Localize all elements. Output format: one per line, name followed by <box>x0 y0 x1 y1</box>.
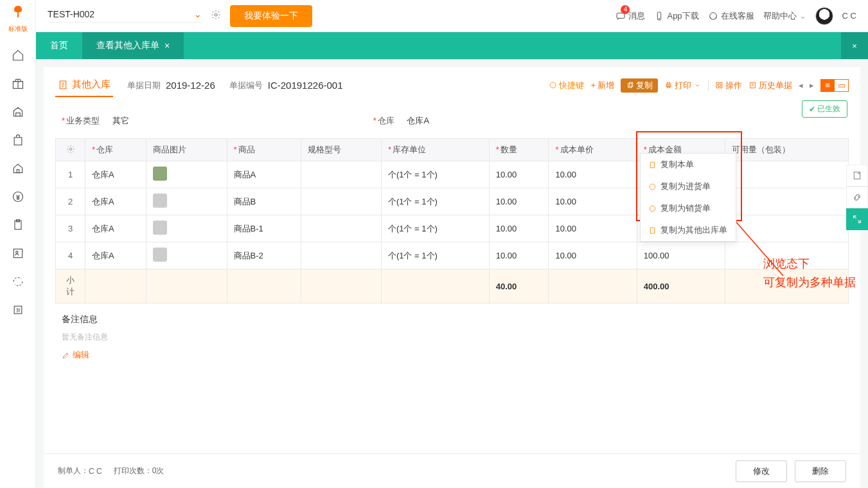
svg-point-31 <box>69 148 72 150</box>
nav-new-icon[interactable]: 新 <box>5 297 31 323</box>
print-action[interactable]: 打印 <box>664 80 702 91</box>
svg-point-29 <box>650 206 655 212</box>
history-action[interactable]: 历史单据 <box>748 80 792 91</box>
creator-label: 制单人： <box>58 465 89 476</box>
dock-link-icon[interactable] <box>846 186 868 208</box>
svg-rect-24 <box>716 86 718 88</box>
close-all-tabs[interactable]: × <box>841 32 868 59</box>
svg-rect-25 <box>720 86 722 88</box>
close-icon[interactable]: × <box>164 41 170 51</box>
ops-action[interactable]: 操作 <box>715 80 742 91</box>
document-footer: 制单人： C C 打印次数： 0次 修改 删除 <box>44 453 860 488</box>
status-text: 已生效 <box>817 104 840 114</box>
user-avatar[interactable] <box>815 7 833 25</box>
ops-label: 操作 <box>725 80 742 91</box>
edit-remarks-button[interactable]: 编辑 <box>62 349 842 361</box>
org-selector[interactable]: TEST-H002 ⌄ <box>48 9 202 23</box>
trial-button[interactable]: 我要体验一下 <box>230 5 312 27</box>
delete-button[interactable]: 删除 <box>795 460 846 482</box>
doc-number-value: IC-20191226-001 <box>268 80 343 91</box>
svg-point-7 <box>15 251 17 253</box>
col-price: *成本单价 <box>549 139 637 161</box>
tab-view-inbound-label: 查看其他入库单 <box>96 40 159 51</box>
view-grid[interactable]: ▭ <box>835 79 849 92</box>
nav-contact-icon[interactable] <box>5 240 31 266</box>
messages-label: 消息 <box>628 10 645 22</box>
nav-house-icon[interactable] <box>5 156 31 181</box>
svg-point-16 <box>551 82 556 88</box>
copy-purchase-label: 复制为进货单 <box>660 181 711 192</box>
warehouse-value: 仓库A <box>407 116 429 125</box>
support-link[interactable]: 在线客服 <box>708 10 754 22</box>
nav-bag-icon[interactable] <box>5 127 31 153</box>
col-avail: 可用量（包装） <box>725 139 848 161</box>
status-badge: ✔ 已生效 <box>802 100 847 118</box>
document-card: 其他入库 单据日期 2019-12-26 单据编号 IC-20191226-00… <box>44 67 860 453</box>
copy-this-doc[interactable]: 复制本单 <box>641 154 736 176</box>
remarks-empty: 暂无备注信息 <box>62 332 842 343</box>
settings-gear-icon[interactable] <box>211 10 221 22</box>
col-settings[interactable] <box>56 139 85 161</box>
modify-button[interactable]: 修改 <box>736 460 787 482</box>
nav-gift-icon[interactable] <box>5 71 31 96</box>
nav-money-icon[interactable] <box>5 184 31 210</box>
brand-logo <box>8 4 28 23</box>
col-warehouse: *仓库 <box>85 139 146 161</box>
app-download-link[interactable]: App下载 <box>654 10 698 22</box>
page-tabs: 首页 查看其他入库单 × × <box>36 32 868 59</box>
dock-note-icon[interactable] <box>846 165 868 186</box>
svg-rect-20 <box>667 82 669 84</box>
svg-rect-1 <box>14 138 22 145</box>
tab-view-inbound[interactable]: 查看其他入库单 × <box>82 32 184 59</box>
support-label: 在线客服 <box>721 10 754 22</box>
app-download-label: App下载 <box>667 10 698 22</box>
nav-sync-icon[interactable] <box>5 269 31 294</box>
doc-date-label: 单据日期 <box>127 80 161 91</box>
nav-home-icon[interactable] <box>5 42 31 68</box>
copy-as-purchase[interactable]: 复制为进货单 <box>641 176 736 197</box>
svg-rect-22 <box>716 82 718 84</box>
biz-type-value: 其它 <box>112 116 129 125</box>
messages-link[interactable]: 消息 4 <box>616 10 645 22</box>
copy-as-outbound[interactable]: 复制为其他出库单 <box>641 219 736 241</box>
divider <box>708 80 709 91</box>
annotation-text: 浏览态下 可复制为多种单据 <box>763 255 856 292</box>
copy-dropdown: 复制本单 复制为进货单 复制为销货单 复制为其他出库单 <box>640 153 736 242</box>
print-label: 打印 <box>675 80 691 91</box>
svg-rect-18 <box>629 82 632 87</box>
help-link[interactable]: 帮助中心 ⌄ <box>763 10 806 22</box>
dock-expand-icon[interactable] <box>846 208 868 230</box>
add-label: 新增 <box>598 80 614 91</box>
remarks-title: 备注信息 <box>62 314 842 325</box>
doc-date: 单据日期 2019-12-26 <box>127 80 215 91</box>
col-product: *商品 <box>227 139 301 161</box>
nav-clipboard-icon[interactable] <box>5 212 31 238</box>
field-warehouse: *仓库 仓库A <box>373 115 429 127</box>
doc-number: 单据编号 IC-20191226-001 <box>229 80 343 91</box>
svg-rect-30 <box>650 228 655 233</box>
history-label: 历史单据 <box>759 80 792 91</box>
shortcut-action[interactable]: 快捷键 <box>549 80 584 91</box>
view-toggle: ≡ ▭ <box>820 79 849 92</box>
tab-home[interactable]: 首页 <box>36 32 82 59</box>
plus-icon: + <box>590 80 596 90</box>
warehouse-label: 仓库 <box>378 116 394 125</box>
brand-edition: 标准版 <box>8 24 28 33</box>
view-list[interactable]: ≡ <box>820 79 835 92</box>
next-page[interactable]: ▸ <box>810 80 814 90</box>
copy-outbound-label: 复制为其他出库单 <box>660 224 727 236</box>
doc-type-tab[interactable]: 其他入库 <box>55 73 113 97</box>
add-action[interactable]: +新增 <box>590 80 614 91</box>
chevron-down-icon: ⌄ <box>799 11 806 21</box>
prev-page[interactable]: ◂ <box>799 80 803 90</box>
svg-point-35 <box>858 173 859 174</box>
svg-rect-23 <box>720 82 722 84</box>
svg-point-10 <box>215 14 217 16</box>
print-count-label: 打印次数： <box>114 465 152 476</box>
edit-remarks-label: 编辑 <box>73 349 89 361</box>
copy-action[interactable]: 复制 <box>621 78 658 93</box>
copy-as-sales[interactable]: 复制为销货单 <box>641 197 736 219</box>
shortcut-label: 快捷键 <box>559 80 584 91</box>
nav-warehouse-icon[interactable] <box>5 99 31 125</box>
copy-this-label: 复制本单 <box>660 159 694 170</box>
